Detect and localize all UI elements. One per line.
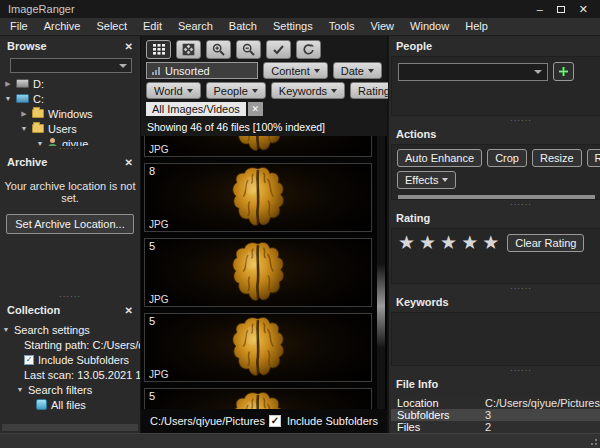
checkbox-checked-icon[interactable]: ✓ (24, 355, 34, 365)
expander-collapsed-icon[interactable]: ▶ (4, 80, 12, 88)
checkbox-checked-icon[interactable]: ✓ (269, 415, 281, 427)
zoom-out-button[interactable] (236, 40, 261, 59)
list-scrollbar[interactable] (377, 136, 385, 409)
active-filter-row: All Images/Videos ✕ (146, 102, 382, 116)
star-icon[interactable]: ★ (482, 233, 499, 252)
menu-item-file[interactable]: File (2, 18, 36, 35)
menu-item-select[interactable]: Select (88, 18, 135, 35)
refresh-button[interactable] (296, 40, 321, 59)
include-subfolders-toggle[interactable]: ✓ Include Subfolders (269, 415, 378, 427)
collection-item-all-files[interactable]: All files (2, 397, 140, 412)
resize-button[interactable]: Resize (532, 149, 582, 167)
sort-filter-row: Unsorted Content Date (146, 62, 382, 79)
remove-filter-icon[interactable]: ✕ (248, 102, 263, 116)
people-filter-button[interactable]: People (206, 82, 266, 99)
set-archive-location-button[interactable]: Set Archive Location... (6, 214, 133, 234)
file-info-row-subfolders: Subfolders 3 (391, 409, 600, 421)
chevron-down-icon (187, 89, 193, 93)
thumbnail-cell[interactable]: JPG (144, 136, 372, 157)
archive-message: Your archive location is not set. (0, 180, 140, 204)
button-label: Date (341, 65, 364, 77)
tree-item-drive-c[interactable]: ▼ C: (4, 91, 140, 106)
menu-item-view[interactable]: View (362, 18, 402, 35)
effects-button[interactable]: Effects (397, 171, 456, 189)
collection-item-search-settings[interactable]: ▼ Search settings (2, 322, 140, 337)
thumbnail-cell[interactable]: 5 JPG (144, 238, 372, 307)
crop-button[interactable]: Crop (487, 149, 527, 167)
tree-item-windows[interactable]: ▶ Windows (4, 106, 140, 121)
tree-item-users[interactable]: ▼ Users (4, 121, 140, 136)
expander-expanded-icon[interactable]: ▼ (4, 95, 12, 102)
minimize-icon[interactable]: – (537, 0, 543, 18)
collection-horizontal-scrollbar[interactable] (2, 424, 138, 431)
collection-item-include-subfolders[interactable]: ✓ Include Subfolders (2, 352, 140, 367)
keywords-filter-button[interactable]: Keywords (271, 82, 345, 99)
menu-item-tools[interactable]: Tools (321, 18, 363, 35)
menu-item-edit[interactable]: Edit (135, 18, 170, 35)
menu-item-search[interactable]: Search (170, 18, 221, 35)
collection-close-icon[interactable]: ✕ (125, 305, 133, 316)
keywords-panel-title: Keywords (396, 296, 449, 308)
system-drive-icon (16, 94, 29, 103)
right-sidebar: People ✕ ······ Actions ✕ (388, 36, 600, 433)
sort-order-field[interactable]: Unsorted (146, 62, 258, 79)
content-filter-button[interactable]: Content (263, 62, 328, 79)
date-filter-button[interactable]: Date (333, 62, 382, 79)
thumbnail-cell[interactable]: 8 JPG (144, 163, 372, 232)
menu-item-settings[interactable]: Settings (265, 18, 321, 35)
browse-dropdown[interactable] (10, 58, 132, 73)
actions-scrollbar-thumb[interactable] (398, 195, 595, 200)
collection-item-search-filters[interactable]: ▼ Search filters (2, 382, 140, 397)
thumbnail-format-badge: JPG (149, 369, 168, 380)
collection-panel-title: Collection (7, 304, 60, 316)
walnut-photo (230, 241, 286, 305)
maximize-icon[interactable] (557, 6, 565, 13)
resize-grip[interactable] (589, 437, 597, 445)
thumbnail-cell[interactable]: 5 JPG (144, 313, 372, 382)
thumbnail-cell[interactable]: 5 JPG (144, 388, 372, 409)
button-label: World (154, 85, 183, 97)
star-icon[interactable]: ★ (398, 233, 415, 252)
menu-item-archive[interactable]: Archive (36, 18, 89, 35)
add-person-button[interactable] (553, 62, 574, 81)
thumbnail-format-badge: JPG (149, 144, 168, 155)
collection-tree: ▼ Search settings Starting path: C:/User… (0, 320, 140, 424)
rotate-button[interactable]: Rotate (587, 149, 600, 167)
select-button[interactable] (266, 40, 291, 59)
star-icon[interactable]: ★ (440, 233, 457, 252)
menu-item-window[interactable]: Window (402, 18, 457, 35)
app-window: ImageRanger – ✕ File Archive Select Edit… (0, 0, 600, 448)
people-dropdown[interactable] (398, 63, 548, 81)
browse-close-icon[interactable]: ✕ (125, 41, 133, 52)
zoom-in-button[interactable] (206, 40, 231, 59)
expander-expanded-icon[interactable]: ▼ (16, 386, 24, 393)
archive-close-icon[interactable]: ✕ (125, 157, 133, 168)
tree-label: Windows (48, 108, 93, 120)
file-info-value: C:/Users/qiyue/Pictures (485, 397, 600, 409)
thumbnail-cells: JPG 8 JPG 5 JPG 5 JPG (144, 136, 372, 409)
star-icon[interactable]: ★ (419, 233, 436, 252)
menu-item-batch[interactable]: Batch (221, 18, 265, 35)
keywords-panel: Keywords ✕ (389, 292, 600, 368)
tree-item-drive-d[interactable]: ▶ D: (4, 76, 140, 91)
actions-horizontal-scrollbar[interactable] (398, 195, 600, 200)
menubar: File Archive Select Edit Search Batch Se… (0, 18, 600, 36)
include-subfolders-label: Include Subfolders (287, 415, 378, 427)
world-filter-button[interactable]: World (146, 82, 201, 99)
grid-view-button[interactable] (146, 40, 171, 59)
star-icon[interactable]: ★ (461, 233, 478, 252)
expander-expanded-icon[interactable]: ▼ (2, 326, 10, 333)
auto-enhance-button[interactable]: Auto Enhance (397, 149, 482, 167)
expander-expanded-icon[interactable]: ▼ (20, 125, 28, 132)
clear-rating-button[interactable]: Clear Rating (507, 234, 584, 252)
menu-item-help[interactable]: Help (457, 18, 496, 35)
current-folder-path: C:/Users/qiyue/Pictures (150, 415, 265, 427)
fullscreen-button[interactable] (176, 40, 201, 59)
folder-icon (32, 109, 44, 118)
walnut-photo (230, 136, 286, 155)
filter-chip[interactable]: All Images/Videos ✕ (146, 102, 263, 116)
close-icon[interactable]: ✕ (579, 0, 588, 18)
list-scrollbar-thumb[interactable] (377, 264, 385, 348)
expander-collapsed-icon[interactable]: ▶ (20, 110, 28, 118)
plus-icon (558, 66, 569, 77)
